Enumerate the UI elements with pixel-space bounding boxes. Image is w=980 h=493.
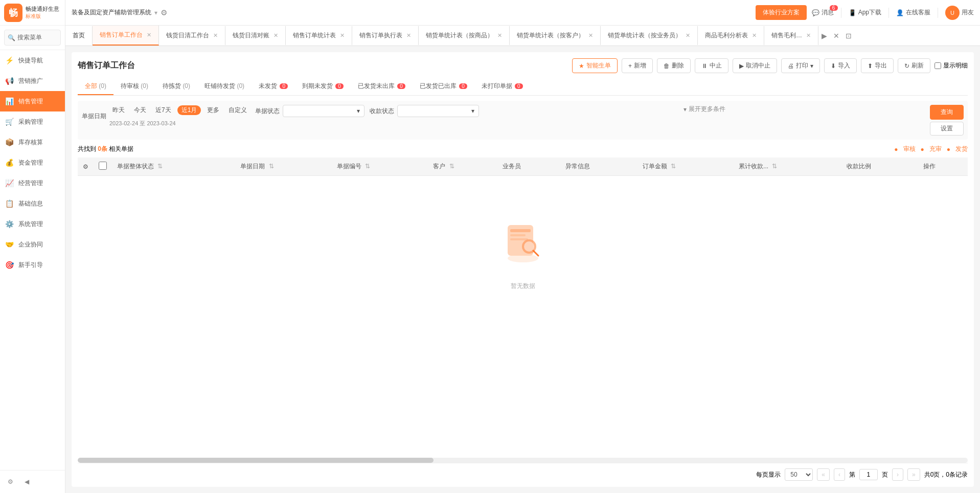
sidebar-item-marketing[interactable]: 📢 营销推广 <box>0 71 65 91</box>
th-number-sort-icon[interactable]: ⇅ <box>365 163 370 170</box>
tab-cash-reconcile-close[interactable]: ✕ <box>274 32 278 39</box>
sub-tab-pending-check[interactable]: 待拣货 (0) <box>155 78 197 95</box>
th-settings[interactable]: ⚙ <box>78 158 94 176</box>
page-input[interactable] <box>859 469 878 480</box>
tab-sales-workbench-close[interactable]: ✕ <box>147 32 151 38</box>
sidebar-item-basic[interactable]: 📋 基础信息 <box>0 193 65 214</box>
date-opt-yesterday[interactable]: 昨天 <box>109 105 128 116</box>
tab-sales-summary-staff-close[interactable]: ✕ <box>686 32 690 39</box>
sidebar-item-collab[interactable]: 🤝 企业协同 <box>0 234 65 255</box>
refresh-button[interactable]: ↻ 刷新 <box>898 58 930 73</box>
tab-sales-profit-close[interactable]: ✕ <box>806 32 811 39</box>
filter-payment-select[interactable]: ▾ <box>397 105 479 117</box>
tab-expand[interactable]: ⊡ <box>842 32 855 40</box>
tab-sales-stats-close[interactable]: ✕ <box>340 32 345 39</box>
select-all-checkbox[interactable] <box>99 162 107 170</box>
th-customer-sort-icon[interactable]: ⇅ <box>449 163 454 170</box>
import-button[interactable]: ⬇ 导入 <box>824 58 857 73</box>
sub-tab-all[interactable]: 全部 (0) <box>78 78 113 95</box>
sidebar-item-finance[interactable]: 💰 资金管理 <box>0 152 65 173</box>
sidebar-item-purchase[interactable]: 🛒 采购管理 <box>0 111 65 132</box>
delete-button[interactable]: 🗑 删除 <box>657 58 691 73</box>
date-opt-1month[interactable]: 近1月 <box>177 105 201 115</box>
settings-filter-button[interactable]: 设置 <box>930 122 964 136</box>
sidebar-item-guide[interactable]: 🎯 新手引导 <box>0 255 65 275</box>
tab-sales-summary-customer[interactable]: 销货单统计表（按客户） ✕ <box>510 26 601 45</box>
tab-sales-stats[interactable]: 销售订单统计表 ✕ <box>286 26 352 45</box>
message-action[interactable]: 💬 消息 6 <box>812 8 834 17</box>
next-page-btn[interactable]: › <box>892 468 903 481</box>
collapse-icon[interactable]: ◀ <box>20 476 33 488</box>
th-status-sort-icon[interactable]: ⇅ <box>157 163 163 170</box>
app-download-action[interactable]: 📱 App下载 <box>849 8 881 17</box>
audit-action-btn[interactable]: 审核 <box>903 145 916 153</box>
sub-tab-shipped-in[interactable]: 已发货已出库 0 <box>413 78 474 95</box>
sidebar-search-area[interactable]: 🔍 搜索菜单 <box>0 26 65 50</box>
online-service-action[interactable]: 👤 在线客服 <box>896 8 930 17</box>
show-detail-checkbox-area[interactable]: 显示明细 <box>935 61 968 70</box>
tab-home[interactable]: 首页 <box>65 26 93 45</box>
th-date-sort-icon[interactable]: ⇅ <box>269 163 274 170</box>
tab-sales-summary-customer-close[interactable]: ✕ <box>588 32 593 39</box>
th-collected-sort-icon[interactable]: ⇅ <box>772 163 777 170</box>
sub-tab-pending-review[interactable]: 待审核 (0) <box>113 78 155 95</box>
industry-btn[interactable]: 体验行业方案 <box>756 5 807 20</box>
settings-bottom-icon[interactable]: ⚙ <box>4 476 16 488</box>
column-settings-icon[interactable]: ⚙ <box>83 163 88 170</box>
sidebar-item-system[interactable]: ⚙️ 系统管理 <box>0 214 65 234</box>
sidebar-item-sales[interactable]: 📊 销售管理 <box>0 91 65 111</box>
tab-cash-reconcile[interactable]: 钱货日清对账 ✕ <box>225 26 286 45</box>
tab-sales-exec-close[interactable]: ✕ <box>406 32 411 39</box>
ship-action-btn[interactable]: 发货 <box>955 145 968 153</box>
tab-sales-summary-product[interactable]: 销货单统计表（按商品） ✕ <box>419 26 510 45</box>
expand-more-btn[interactable]: ▾ 展开更多条件 <box>683 105 725 114</box>
smart-gen-button[interactable]: ★ 智能生单 <box>572 58 618 73</box>
tab-cash-daily[interactable]: 钱货日清工作台 ✕ <box>159 26 225 45</box>
date-opt-custom[interactable]: 自定义 <box>225 105 250 116</box>
tab-sales-workbench[interactable]: 销售订单工作台 ✕ <box>93 26 159 46</box>
th-amount-sort-icon[interactable]: ⇅ <box>671 163 676 170</box>
th-checkbox[interactable] <box>94 158 112 176</box>
sub-tab-wangpu[interactable]: 旺铺待发货 (0) <box>197 78 252 95</box>
date-opt-7days[interactable]: 近7天 <box>152 105 174 116</box>
tab-profit-analysis[interactable]: 商品毛利分析表 ✕ <box>698 26 764 45</box>
per-page-select[interactable]: 50 100 200 <box>785 468 813 481</box>
sub-tab-shipped-not-in[interactable]: 已发货未出库 0 <box>351 78 413 95</box>
th-number-label: 单据编号 <box>337 163 361 170</box>
first-page-btn[interactable]: « <box>817 468 830 481</box>
tab-sales-summary-product-close[interactable]: ✕ <box>497 32 502 39</box>
sidebar-item-quick-nav[interactable]: ⚡ 快捷导航 <box>0 50 65 71</box>
show-detail-checkbox[interactable] <box>935 62 941 69</box>
cancel-suspend-button[interactable]: ▶ 取消中止 <box>733 58 777 73</box>
date-opt-more[interactable]: 更多 <box>204 105 222 116</box>
suspend-button[interactable]: ⏸ 中止 <box>695 58 728 73</box>
search-menu-label: 搜索菜单 <box>17 33 42 42</box>
prev-page-btn[interactable]: ‹ <box>834 468 845 481</box>
scroll-thumb[interactable] <box>78 458 434 463</box>
tab-cash-daily-close[interactable]: ✕ <box>213 32 218 39</box>
query-button[interactable]: 查询 <box>930 105 964 120</box>
tab-sales-summary-staff[interactable]: 销货单统计表（按业务员） ✕ <box>601 26 698 45</box>
tab-close-all[interactable]: ✕ <box>830 32 842 40</box>
export-button[interactable]: ⬆ 导出 <box>861 58 894 73</box>
sub-tab-not-printed[interactable]: 未打印单据 0 <box>474 78 530 95</box>
tab-sales-exec[interactable]: 销售订单执行表 ✕ <box>352 26 419 45</box>
last-page-btn[interactable]: » <box>907 468 920 481</box>
topbar-dropdown-icon[interactable]: ▾ <box>154 9 157 16</box>
search-menu-button[interactable]: 🔍 搜索菜单 <box>4 30 61 46</box>
filter-status-select[interactable]: ▾ <box>283 105 364 117</box>
sub-tab-expired-not-shipped[interactable]: 到期未发货 0 <box>295 78 351 95</box>
topbar-settings-icon[interactable]: ⚙ <box>161 8 167 17</box>
sub-tab-not-shipped[interactable]: 未发货 0 <box>252 78 295 95</box>
new-button[interactable]: + 新增 <box>622 58 653 73</box>
sidebar-item-inventory[interactable]: 📦 库存核算 <box>0 132 65 152</box>
print-button[interactable]: 🖨 打印 ▾ <box>781 58 820 73</box>
user-action[interactable]: U 用友 <box>945 6 974 20</box>
horizontal-scrollbar[interactable] <box>78 458 968 463</box>
sidebar-item-operations[interactable]: 📈 经营管理 <box>0 173 65 193</box>
tab-profit-analysis-close[interactable]: ✕ <box>752 32 757 39</box>
date-opt-today[interactable]: 今天 <box>131 105 149 116</box>
tab-scroll-right[interactable]: ▶ <box>818 32 830 40</box>
revoke-action-btn[interactable]: 充审 <box>929 145 942 153</box>
tab-sales-profit[interactable]: 销售毛利… ✕ <box>764 26 818 45</box>
